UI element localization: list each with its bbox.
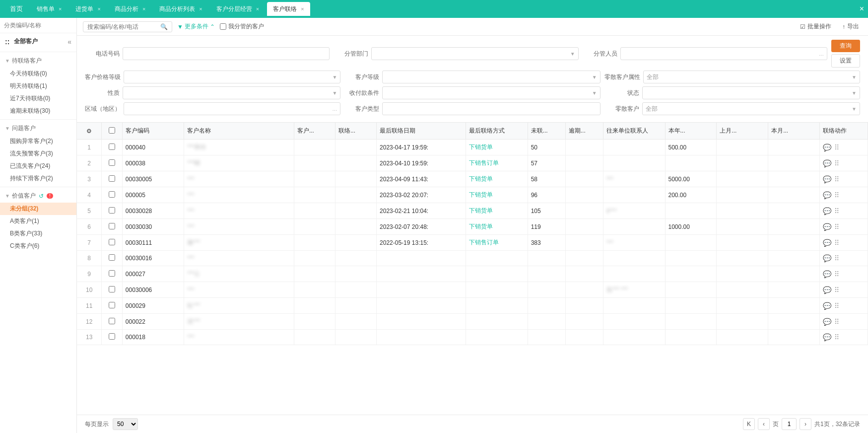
sidebar-item-churning[interactable]: 流失预警客户(3) [0, 147, 76, 160]
contact-icon-4[interactable]: 💬 [823, 207, 831, 215]
sidebar-item-classA[interactable]: A类客户(1) [0, 215, 76, 227]
cell-cb-12[interactable] [102, 330, 123, 345]
th-name[interactable]: 客户名称 [184, 123, 294, 140]
th-year[interactable]: 本年... [665, 123, 717, 140]
more-action-icon-10[interactable]: ⠿ [834, 302, 839, 310]
level-select[interactable]: ▼ [382, 71, 600, 83]
tab-analysis[interactable]: 商品分析 × [109, 2, 151, 16]
cell-cb-10[interactable] [102, 298, 123, 314]
cell-cb-6[interactable] [102, 235, 123, 251]
tab-analysis-list[interactable]: 商品分析列表 × [153, 2, 208, 16]
tab-purchase[interactable]: 进货单 × [69, 2, 106, 16]
property-select[interactable]: ▼ [123, 86, 340, 99]
more-action-icon-9[interactable]: ⠿ [834, 286, 839, 294]
tab-customer-contact[interactable]: 客户联络 × [267, 2, 310, 16]
close-all-tabs[interactable]: × [860, 4, 864, 13]
more-action-icon-2[interactable]: ⠿ [834, 175, 839, 183]
sidebar-item-classB[interactable]: B类客户(33) [0, 227, 76, 240]
sidebar-item-today[interactable]: 今天待联络(0) [0, 68, 76, 80]
page-number-input[interactable] [782, 418, 797, 430]
close-tab-customer-tier[interactable]: × [256, 6, 259, 12]
contact-icon-12[interactable]: 💬 [823, 333, 831, 341]
nav-home[interactable]: 首页 [4, 4, 29, 13]
th-date[interactable]: 最后联络日期 [377, 123, 466, 140]
type-select[interactable] [382, 102, 600, 115]
contact-icon-6[interactable]: 💬 [823, 239, 831, 247]
sidebar-item-tomorrow[interactable]: 明天待联络(1) [0, 80, 76, 92]
more-action-icon-7[interactable]: ⠿ [834, 254, 839, 262]
collapse-sidebar-btn[interactable]: « [67, 38, 71, 46]
cell-cb-4[interactable] [102, 203, 123, 219]
more-action-icon-12[interactable]: ⠿ [834, 333, 839, 341]
more-action-icon-1[interactable]: ⠿ [834, 159, 839, 167]
main-search-input[interactable] [87, 23, 158, 30]
contact-icon-7[interactable]: 💬 [823, 254, 831, 262]
tab-customer-tier[interactable]: 客户分层经营 × [210, 2, 265, 16]
first-page-btn[interactable]: K [743, 418, 755, 430]
contact-icon-1[interactable]: 💬 [823, 159, 831, 167]
reset-btn[interactable]: 设置 [831, 54, 860, 68]
main-search-box[interactable]: 🔍 [83, 21, 172, 32]
price-select[interactable]: ▼ [124, 71, 340, 83]
sidebar-item-overdue[interactable]: 逾期未联络(30) [0, 105, 76, 117]
person-select[interactable]: … [620, 47, 827, 60]
cell-cb-8[interactable] [102, 266, 123, 282]
close-tab-customer-contact[interactable]: × [301, 6, 304, 12]
attr-select[interactable]: 全部 ▼ [643, 71, 860, 83]
cell-cb-0[interactable] [102, 140, 123, 155]
main-search-icon[interactable]: 🔍 [160, 23, 168, 30]
close-tab-sales[interactable]: × [59, 6, 62, 12]
more-conditions-btn[interactable]: ▼ 更多条件 ⌃ [177, 22, 215, 31]
batch-op-btn[interactable]: ☑ 批量操作 [797, 21, 834, 32]
prev-page-btn[interactable]: ‹ [758, 418, 770, 430]
th-code[interactable]: 客户编码 [122, 123, 184, 140]
cell-cb-11[interactable] [102, 314, 123, 330]
settings-icon[interactable]: ⚙ [86, 128, 92, 135]
more-action-icon-3[interactable]: ⠿ [834, 191, 839, 199]
th-type[interactable]: 客户... [294, 123, 335, 140]
export-btn[interactable]: ↑ 导出 [839, 21, 862, 32]
contact-icon-8[interactable]: 💬 [823, 270, 831, 278]
th-action[interactable]: 联络动作 [820, 123, 868, 140]
th-overdue[interactable]: 逾期... [565, 123, 603, 140]
close-tab-analysis-list[interactable]: × [199, 6, 202, 12]
close-tab-purchase[interactable]: × [97, 6, 100, 12]
next-page-btn[interactable]: › [800, 418, 811, 430]
all-customers-header[interactable]: :: 全部客户 « [0, 33, 76, 50]
cell-cb-2[interactable] [102, 171, 123, 187]
select-all-checkbox[interactable] [109, 127, 115, 134]
more-action-icon-5[interactable]: ⠿ [834, 223, 839, 231]
my-customers-checkbox[interactable] [220, 23, 226, 30]
th-contact[interactable]: 联络... [335, 123, 377, 140]
contact-icon-11[interactable]: 💬 [823, 318, 831, 326]
cell-cb-7[interactable] [102, 251, 123, 266]
contact-icon-9[interactable]: 💬 [823, 286, 831, 294]
my-customers-checkbox-label[interactable]: 我分管的客户 [220, 22, 264, 31]
contact-icon-0[interactable]: 💬 [823, 144, 831, 151]
cell-cb-3[interactable] [102, 187, 123, 203]
th-days[interactable]: 未联... [528, 123, 565, 140]
tab-sales[interactable]: 销售单 × [31, 2, 67, 16]
refresh-icon[interactable]: ↺ [39, 193, 44, 200]
sidebar-item-unassigned[interactable]: 未分组(32) [0, 203, 76, 215]
th-thismonth[interactable]: 本月... [768, 123, 820, 140]
cell-cb-1[interactable] [102, 155, 123, 171]
sidebar-item-classC[interactable]: C类客户(6) [0, 240, 76, 252]
th-method[interactable]: 最后联络方式 [466, 123, 528, 140]
th-contacts[interactable]: 往来单位联系人 [603, 123, 665, 140]
cell-cb-5[interactable] [102, 219, 123, 235]
pay-select[interactable]: ▼ [382, 86, 600, 99]
page-size-select[interactable]: 50 100 200 [113, 418, 138, 430]
sidebar-group-problems[interactable]: ▼ 问题客户 [0, 122, 76, 135]
sidebar-item-abnormal[interactable]: 囤购异常客户(2) [0, 135, 76, 147]
query-btn[interactable]: 查询 [831, 40, 860, 52]
contact-icon-10[interactable]: 💬 [823, 302, 831, 310]
cell-cb-9[interactable] [102, 282, 123, 298]
dept-select[interactable]: ▼ [371, 47, 578, 60]
status-select[interactable]: ▼ [642, 86, 860, 99]
sidebar-search-input[interactable] [4, 22, 77, 29]
th-settings[interactable]: ⚙ [77, 123, 102, 140]
phone-input[interactable] [123, 47, 330, 60]
contact-icon-3[interactable]: 💬 [823, 191, 831, 199]
close-tab-analysis[interactable]: × [142, 6, 145, 12]
